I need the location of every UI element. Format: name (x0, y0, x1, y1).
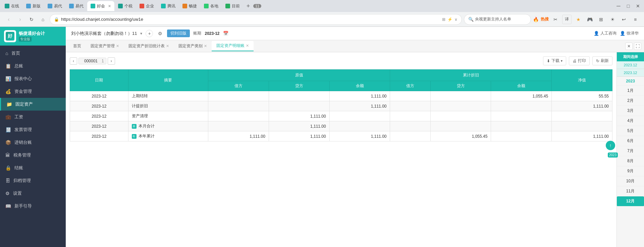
sidebar-item-payroll[interactable]: 💼 工资 (0, 111, 66, 123)
period-month-6[interactable]: 6月 (617, 136, 644, 146)
row4-orig-debit (208, 121, 269, 131)
page-tab-category-close[interactable]: ✕ (204, 44, 207, 48)
browser-tab-7[interactable]: 企业 (136, 1, 157, 11)
apps-icon[interactable]: ⊞ (596, 15, 606, 24)
period-month-3[interactable]: 3月 (617, 106, 644, 116)
page-prev-btn[interactable]: ‹ (70, 57, 77, 65)
print-btn[interactable]: 🖨 打印 (569, 56, 590, 65)
period-year[interactable]: 2023 (617, 77, 644, 86)
address-bolt-icon[interactable]: ⚡ (447, 17, 452, 22)
support-btn[interactable]: 👤 人工咨询 (594, 30, 616, 36)
window-minimize-btn[interactable]: ─ (614, 1, 623, 11)
sidebar-item-guide[interactable]: 📖 新手引导 (0, 200, 66, 212)
browser-tab-9[interactable]: 畅捷 (179, 1, 200, 11)
tab-favicon-3 (48, 4, 52, 8)
address-grid-icon[interactable]: ⊞ (442, 17, 445, 22)
sidebar-item-closing[interactable]: 🔒 结账 (0, 162, 66, 174)
sidebar-item-home[interactable]: ⌂ 首页 (0, 47, 66, 60)
browser-tab-11[interactable]: 目前 (222, 1, 243, 11)
account-add-btn[interactable]: + (146, 30, 153, 37)
panel-expand-btn[interactable]: ⛶ (634, 43, 641, 50)
period-selected-top[interactable]: 2023.12 (617, 61, 644, 69)
ledger-toolbar: ‹ 1 › ⬇ 下载 ▾ (70, 56, 612, 65)
period-month-11[interactable]: 11月 (617, 186, 644, 196)
row1-orig-balance: 1,111.00 (329, 91, 390, 101)
sidebar-item-settings-label: 设置 (13, 190, 22, 196)
page-tab-depreciation-close[interactable]: ✕ (166, 44, 169, 48)
menu-icon[interactable]: ≡ (631, 15, 640, 24)
row4-accum-credit (430, 121, 491, 131)
refresh-btn[interactable]: ↻ 刷新 (592, 56, 612, 65)
period-month-5[interactable]: 5月 (617, 126, 644, 136)
page-tab-fixed-mgmt-close[interactable]: ✕ (116, 44, 119, 48)
tab-new-button[interactable]: + (244, 1, 253, 11)
user-btn[interactable]: 👤 徐泽华 (620, 30, 639, 36)
page-tab-depreciation[interactable]: 固定资产折旧统计表 ✕ (124, 41, 174, 51)
switch-version-btn[interactable]: 切到旧版 (167, 29, 190, 37)
sidebar-item-reports[interactable]: 📊 报表中心 (0, 72, 66, 85)
period-month-9[interactable]: 9月 (617, 166, 644, 176)
browser-tab-4[interactable]: 易代 (66, 1, 87, 11)
row3-orig-credit: 1,111.00 (269, 111, 329, 121)
browser-tab-2[interactable]: 新版 (23, 1, 44, 11)
browser-tab-6[interactable]: 个税 (115, 1, 136, 11)
table-row: 2023-12 上期结转 1,111.00 1,055.45 55.55 (70, 91, 612, 101)
star-icon[interactable]: ★ (574, 15, 583, 24)
search-bar[interactable]: 🔍 央视更新主持人名单 (464, 14, 531, 25)
float-up-icon[interactable]: ↑ (606, 141, 615, 150)
period-month-2[interactable]: 2月 (617, 96, 644, 106)
sidebar-item-fund-label: 资金管理 (14, 88, 32, 95)
period-month-1[interactable]: 1月 (617, 86, 644, 96)
nav-back-btn[interactable]: ‹ (4, 15, 13, 24)
period-month-10[interactable]: 10月 (617, 176, 644, 186)
panel-close-btn[interactable]: ✕ (625, 43, 633, 50)
sidebar-item-general-ledger[interactable]: 📋 总账 (0, 60, 66, 72)
nav-refresh-btn[interactable]: ↻ (27, 15, 36, 24)
page-next-btn[interactable]: › (108, 57, 115, 65)
tab-favicon-4 (69, 4, 74, 8)
period-month-8[interactable]: 8月 (617, 156, 644, 166)
sidebar-item-archive[interactable]: 🗄 归档管理 (0, 174, 66, 187)
sidebar-item-invoice[interactable]: 🧾 发票管理 (0, 123, 66, 136)
sidebar-item-settings[interactable]: ⚙ 设置 (0, 187, 66, 200)
asset-code-input[interactable] (81, 59, 101, 63)
page-tab-fixed-mgmt[interactable]: 固定资产管理 ✕ (86, 41, 124, 51)
history-icon[interactable]: ↩ (619, 15, 629, 24)
translate-icon[interactable]: 译 (562, 15, 572, 24)
address-bar[interactable]: 🔒 https://cloud.chanjet.com/accounting/u… (50, 14, 462, 25)
float-2023-badge[interactable]: 2023 (608, 152, 618, 158)
calendar-icon[interactable]: 📅 (223, 31, 228, 36)
nav-forward-btn[interactable]: › (15, 15, 25, 24)
account-dropdown-icon[interactable]: ▾ (140, 31, 142, 36)
page-tab-home[interactable]: 首页 (68, 41, 86, 51)
browser-tab-10[interactable]: 各地 (201, 1, 222, 11)
sidebar-item-fixed-assets[interactable]: 📁 固定资产 (0, 98, 66, 111)
sidebar-item-fund[interactable]: 💰 资金管理 (0, 85, 66, 98)
browser-tab-1[interactable]: 在线 (1, 1, 22, 11)
sidebar-item-inventory[interactable]: 📦 进销台账 (0, 136, 66, 149)
nav-home-btn[interactable]: ⌂ (38, 15, 48, 24)
window-close-btn[interactable]: ✕ (633, 1, 643, 11)
tab-close-5[interactable]: ✕ (108, 4, 111, 8)
game-icon[interactable]: 🎮 (585, 15, 594, 24)
window-maximize-btn[interactable]: □ (624, 1, 633, 11)
settings-icon[interactable]: ☀ (608, 15, 617, 24)
account-settings-btn[interactable]: ⚙ (156, 30, 164, 37)
page-tab-detail-close[interactable]: ✕ (246, 44, 249, 48)
address-dropdown-icon[interactable]: ∨ (454, 17, 458, 22)
period-month-12-active[interactable]: 12月 (617, 196, 644, 206)
period-month-7[interactable]: 7月 (617, 146, 644, 156)
page-tab-detail[interactable]: 固定资产明细账 ✕ (212, 41, 254, 51)
period-month-4[interactable]: 4月 (617, 116, 644, 126)
page-tab-category[interactable]: 固定资产类别 ✕ (174, 41, 212, 51)
row2-net-value: 1,111.00 (552, 101, 612, 111)
pagination-area: ‹ 1 › (70, 57, 115, 65)
browser-tab-5[interactable]: 好会 ✕ (87, 1, 114, 11)
browser-tab-8[interactable]: 腾讯 (158, 1, 179, 11)
browser-tab-3[interactable]: 易代 (44, 1, 65, 11)
period-selected-bottom[interactable]: 2023.12 (617, 69, 644, 77)
scissors-icon[interactable]: ✂ (551, 15, 560, 24)
tab-label-1: 在线 (11, 3, 19, 9)
sidebar-item-tax[interactable]: 🏛 税务管理 (0, 149, 66, 162)
download-btn[interactable]: ⬇ 下载 ▾ (543, 56, 566, 65)
